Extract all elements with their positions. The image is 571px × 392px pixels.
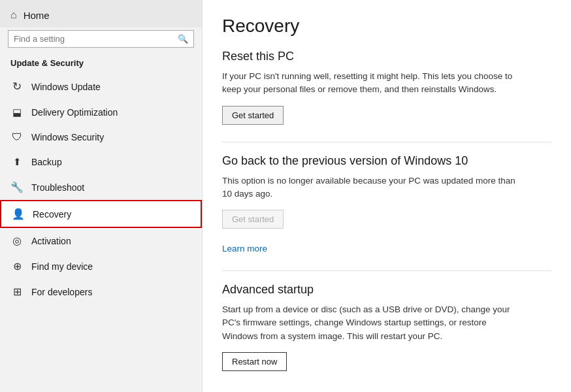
sidebar-item-label: Find my device — [31, 261, 93, 272]
sidebar-item-for-developers[interactable]: ⊞ For developers — [0, 279, 202, 304]
find-my-device-icon: ⊕ — [10, 260, 24, 272]
windows-update-icon: ↻ — [10, 80, 24, 93]
home-icon: ⌂ — [10, 9, 17, 21]
sidebar-item-find-my-device[interactable]: ⊕ Find my device — [0, 253, 202, 279]
sidebar-item-recovery[interactable]: 👤 Recovery — [0, 200, 202, 228]
sidebar-item-troubleshoot[interactable]: 🔧 Troubleshoot — [0, 174, 202, 200]
sidebar-item-label: For developers — [31, 287, 92, 297]
delivery-optimization-icon: ⬓ — [10, 106, 24, 118]
sidebar-item-label: Windows Update — [31, 82, 101, 92]
search-box[interactable]: 🔍 — [8, 30, 194, 48]
sidebar-item-windows-update[interactable]: ↻ Windows Update — [0, 73, 202, 100]
go-back-section-title: Go back to the previous version of Windo… — [222, 154, 551, 168]
go-back-get-started-button: Get started — [222, 210, 284, 229]
sidebar: ⌂ Home 🔍 Update & Security ↻ Windows Upd… — [0, 0, 203, 392]
sidebar-item-label: Troubleshoot — [31, 182, 84, 193]
troubleshoot-icon: 🔧 — [10, 181, 24, 193]
divider-2 — [222, 270, 551, 271]
reset-section-desc: If your PC isn't running well, resetting… — [222, 70, 523, 97]
sidebar-item-label: Backup — [31, 157, 62, 167]
restart-now-button[interactable]: Restart now — [223, 353, 286, 370]
sidebar-home[interactable]: ⌂ Home — [0, 0, 202, 27]
sidebar-item-label: Recovery — [33, 209, 71, 220]
sidebar-item-delivery-optimization[interactable]: ⬓ Delivery Optimization — [0, 100, 202, 125]
go-back-section-desc: This option is no longer available becau… — [222, 174, 523, 201]
restart-button-wrapper: Restart now — [222, 352, 287, 371]
for-developers-icon: ⊞ — [10, 286, 24, 298]
sidebar-item-label: Windows Security — [31, 132, 104, 142]
sidebar-home-label: Home — [24, 10, 50, 21]
sidebar-item-backup[interactable]: ⬆ Backup — [0, 150, 202, 174]
activation-icon: ◎ — [10, 235, 24, 247]
sidebar-item-activation[interactable]: ◎ Activation — [0, 228, 202, 253]
sidebar-item-label: Delivery Optimization — [31, 107, 118, 118]
main-content: Recovery Reset this PC If your PC isn't … — [203, 0, 571, 392]
sidebar-section-title: Update & Security — [0, 54, 202, 73]
advanced-section-title: Advanced startup — [222, 283, 551, 297]
page-title: Recovery — [222, 16, 551, 37]
learn-more-link[interactable]: Learn more — [222, 244, 267, 253]
backup-icon: ⬆ — [10, 156, 24, 168]
windows-security-icon: 🛡 — [10, 131, 24, 143]
advanced-section-desc: Start up from a device or disc (such as … — [222, 303, 523, 343]
recovery-icon: 👤 — [12, 208, 25, 220]
search-icon: 🔍 — [178, 34, 188, 44]
reset-get-started-button[interactable]: Get started — [222, 106, 284, 125]
search-input[interactable] — [14, 34, 178, 44]
sidebar-item-windows-security[interactable]: 🛡 Windows Security — [0, 125, 202, 150]
divider-1 — [222, 142, 551, 142]
reset-section-title: Reset this PC — [222, 50, 551, 63]
sidebar-item-label: Activation — [31, 236, 71, 246]
